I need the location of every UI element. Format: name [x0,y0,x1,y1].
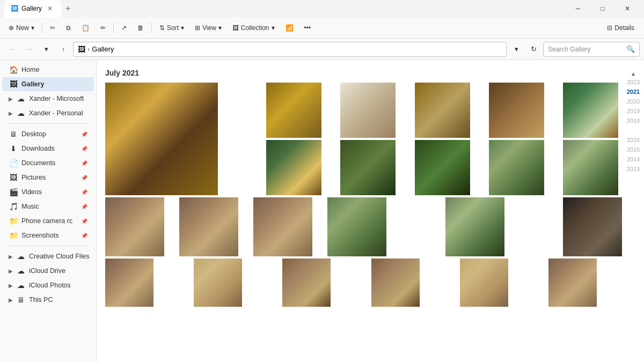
photo-crane3[interactable] [327,197,386,256]
pin-icon: 📌 [81,131,87,137]
cut-button[interactable]: ✂ [46,22,60,34]
screenshots-label: Screenshots [21,232,58,239]
sidebar-item-pictures[interactable]: 🖼 Pictures 📌 [2,171,94,184]
sidebar-item-xander-microsoft[interactable]: ▶ ☁ Xander - Microsoft [2,92,94,106]
collection-button[interactable]: 🖼 Collection ▾ [228,22,279,34]
cloud-icon: ☁ [16,94,26,103]
tab-close-button[interactable]: ✕ [45,4,55,13]
minimize-button[interactable]: ─ [566,0,590,17]
photo-row3-5[interactable] [460,258,508,307]
recent-button[interactable]: ▾ [39,42,54,57]
photo-wren3[interactable] [253,197,312,256]
sidebar-item-videos[interactable]: 🎬 Videos 📌 [2,185,94,199]
photo-crane1[interactable] [489,140,544,195]
icloud-icon: ☁ [16,267,26,275]
sidebar-item-icloud-drive[interactable]: ▶ ☁ iCloud Drive [2,264,94,278]
refresh-button[interactable]: ↻ [526,42,541,57]
photo-bulletin[interactable] [266,83,321,138]
copy-button[interactable]: ⧉ [62,22,75,34]
sidebar-item-downloads[interactable]: ⬇ Downloads 📌 [2,142,94,156]
year-2019[interactable]: 2019 [625,107,642,115]
sidebar-item-phone-camera[interactable]: 📁 Phone camera rc 📌 [2,214,94,228]
close-button[interactable]: ✕ [615,0,640,17]
sidebar-divider1 [6,123,90,124]
photo-row3-6[interactable] [548,258,597,307]
wifi-button[interactable]: 📶 [281,22,298,34]
rename-button[interactable]: ✏ [96,22,110,34]
photo-map[interactable] [340,83,396,138]
photo-row3-3[interactable] [282,258,331,307]
photo-interior2[interactable] [489,83,544,138]
downloads-label: Downloads [21,145,55,152]
view-button[interactable]: ⊞ View ▾ [191,22,226,34]
expand-icon: ▶ [9,96,13,102]
year-2016[interactable]: 2016 [625,136,642,144]
photo-bird-poster[interactable] [266,140,321,195]
year-2013[interactable]: 2013 [625,165,642,173]
photo-row3-2[interactable] [194,258,242,307]
photo-wren1[interactable] [105,197,164,256]
cc-icon: ☁ [16,252,26,261]
new-button[interactable]: ⊕ New ▾ [4,22,39,34]
year-2023[interactable]: 2023 [625,78,642,86]
gallery-tab-icon: 🖼 [11,4,18,13]
sidebar-item-icloud-photos[interactable]: ▶ ☁ iCloud Photos [2,278,94,292]
photo-sign[interactable] [563,83,618,138]
details-button[interactable]: ⊟ Details [602,22,640,34]
gallery-icon: 🖼 [9,80,18,88]
photo-crane2[interactable] [563,140,618,195]
expand-icon6: ▶ [9,297,13,303]
delete-button[interactable]: 🗑 [133,22,148,34]
back-button[interactable]: ← [4,42,19,57]
sidebar-item-creative-cloud[interactable]: ▶ ☁ Creative Cloud Files [2,249,94,263]
sidebar-item-home[interactable]: 🏠 Home [2,63,94,77]
photo-plant2[interactable] [415,140,470,195]
videos-icon: 🎬 [9,188,18,196]
year-2020[interactable]: 2020 [625,97,642,106]
sort-icon: ⇅ [159,24,165,32]
address-path[interactable]: 🖼 › Gallery [73,42,507,57]
new-label: New [16,24,29,32]
sidebar-item-screenshots[interactable]: 📁 Screenshots 📌 [2,228,94,242]
pin-icon2: 📌 [81,146,87,152]
up-button[interactable]: ↑ [56,42,71,57]
photo-crane4[interactable] [445,197,504,256]
gallery-label: Gallery [21,80,44,88]
search-icon: 🔍 [626,45,635,53]
maximize-button[interactable]: □ [590,0,615,17]
forward-button[interactable]: → [21,42,36,57]
photo-wren2[interactable] [179,197,238,256]
year-2014[interactable]: 2014 [625,155,642,164]
sidebar-item-this-pc[interactable]: ▶ 🖥 This PC [2,293,94,307]
gallery-tab[interactable]: 🖼 Gallery ✕ [4,0,61,17]
dropdown-button[interactable]: ▾ [509,42,524,57]
copy-icon: ⧉ [66,24,71,32]
sidebar-item-music[interactable]: 🎵 Music 📌 [2,200,94,213]
paste-button[interactable]: 📋 [77,22,94,34]
year-2018[interactable]: 2018 [625,116,642,125]
sidebar-item-desktop[interactable]: 🖥 Desktop 📌 [2,127,94,141]
photo-dead-bird[interactable] [563,197,622,256]
photo-shed[interactable] [415,83,470,138]
share-button[interactable]: ↗ [117,22,131,34]
pin-icon7: 📌 [81,218,87,224]
paste-icon: 📋 [82,24,90,32]
icloud-drive-label: iCloud Drive [29,267,65,275]
more-button[interactable]: ••• [300,22,316,34]
sidebar-item-xander-personal[interactable]: ▶ ☁ Xander - Personal [2,106,94,120]
search-box[interactable]: Search Gallery 🔍 [543,42,640,57]
photo-row3-1[interactable] [105,258,153,307]
sidebar-item-documents[interactable]: 📄 Documents 📌 [2,156,94,170]
photo-cafe-interior[interactable] [105,83,218,195]
year-2015[interactable]: 2015 [625,145,642,154]
year-2021[interactable]: 2021 [625,87,642,96]
sort-button[interactable]: ⇅ Sort ▾ [155,22,188,34]
screenshots-icon: 📁 [9,231,18,240]
path-separator: › [87,45,90,53]
new-icon: ⊕ [9,24,14,32]
year-up-arrow[interactable]: ▲ [631,71,636,77]
sidebar-item-gallery[interactable]: 🖼 Gallery [2,77,94,91]
photo-plant1[interactable] [340,140,396,195]
photo-row3-4[interactable] [371,258,420,307]
add-tab-button[interactable]: + [61,2,75,16]
